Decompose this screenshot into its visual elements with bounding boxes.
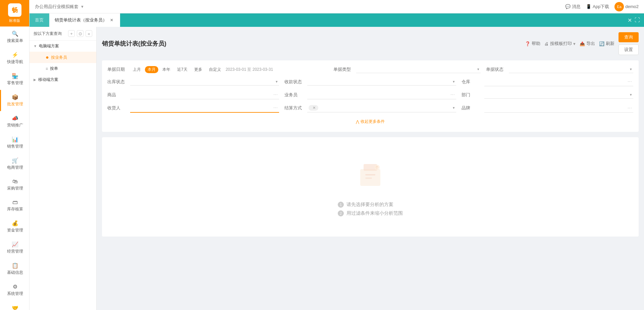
- main-content: 办公用品行业模拟账套 ▾ 💬 消息 📱 App下载 Ea demo2 首页 销货…: [30, 0, 644, 310]
- brand-dots[interactable]: ···: [628, 105, 632, 111]
- user-avatar[interactable]: Ea demo2: [614, 2, 639, 11]
- sidebar-item-marketing[interactable]: 📣 营销推广: [0, 111, 29, 132]
- salesperson-dots[interactable]: ···: [450, 92, 455, 98]
- date-tab-custom[interactable]: 自定义: [206, 66, 224, 73]
- warehouse-input[interactable]: ···: [484, 77, 633, 86]
- message-btn[interactable]: 💬 消息: [565, 4, 581, 10]
- doc-type-select[interactable]: ▾: [356, 66, 481, 73]
- cooperation-icon: 🤝: [12, 305, 18, 310]
- warehouse-dots[interactable]: ···: [628, 79, 632, 85]
- quick-nav-icon: ⚡: [12, 52, 18, 58]
- avatar-icon: Ea: [614, 2, 624, 11]
- salesperson-input[interactable]: ···: [307, 90, 456, 99]
- message-icon: 💬: [565, 4, 571, 9]
- salesperson-label: 业务员: [284, 92, 305, 98]
- empty-hint-1: 1 请先选择要分析的方案: [338, 202, 403, 208]
- date-tab-last-7-days[interactable]: 近7天: [174, 66, 190, 73]
- sidebar-item-retail[interactable]: 🏪 零售管理: [0, 69, 29, 90]
- date-tab-more[interactable]: 更多: [192, 66, 205, 73]
- out-status-select[interactable]: ▾: [130, 78, 279, 86]
- sidebar-item-basic-info[interactable]: 📋 基础信息: [0, 258, 29, 279]
- brand-input[interactable]: ···: [484, 104, 633, 113]
- sidebar-item-operations[interactable]: 📈 经营管理: [0, 237, 29, 258]
- empty-hint-2: 2 用过滤条件来缩小分析范围: [338, 210, 403, 216]
- date-tab-last-month[interactable]: 上月: [130, 66, 144, 73]
- topbar-left: 办公用品行业模拟账套 ▾: [35, 4, 84, 10]
- query-btn[interactable]: 查询: [619, 32, 639, 42]
- tab-close-btn[interactable]: ✕: [109, 17, 114, 23]
- tab-sales-stats[interactable]: 销货单统计表（按业务员） ✕: [49, 13, 120, 27]
- edit-scheme-btn[interactable]: ⊙: [77, 30, 84, 37]
- recipient-input[interactable]: ···: [130, 103, 279, 113]
- sidebar-item-inventory[interactable]: 🗃 库存核算: [0, 195, 29, 216]
- hint-num-2: 2: [338, 210, 344, 216]
- sidebar-item-ecommerce[interactable]: 🛒 电商管理: [0, 153, 29, 174]
- date-tab-current-month[interactable]: 本月: [145, 66, 158, 73]
- page-header-actions: ❓ 帮助 🖨 按模板打印 ▾ 📤 导出 🔄 刷新: [525, 32, 639, 55]
- dropdown-arrow[interactable]: ▾: [81, 4, 84, 9]
- sidebar-item-quick-nav[interactable]: ⚡ 快捷导航: [0, 48, 29, 69]
- download-icon: 📱: [586, 4, 591, 9]
- sidebar-item-wholesale[interactable]: 📦 批发管理: [0, 90, 29, 111]
- tree-desktop-group[interactable]: ▼ 电脑端方案: [30, 41, 96, 52]
- topbar: 办公用品行业模拟账套 ▾ 💬 消息 📱 App下载 Ea demo2: [30, 0, 644, 13]
- sidebar-item-sales[interactable]: 📊 销售管理: [0, 132, 29, 153]
- refresh-btn[interactable]: 🔄 刷新: [599, 41, 614, 47]
- filter-row-3: 商品 ··· 业务员 ··· 部门: [107, 90, 633, 99]
- export-btn[interactable]: 📤 导出: [580, 41, 595, 47]
- department-arrow: ▾: [630, 93, 632, 97]
- help-btn[interactable]: ❓ 帮助: [525, 41, 540, 47]
- payment-tag-close[interactable]: ✕: [313, 106, 316, 110]
- date-tab-current-year[interactable]: 本年: [160, 66, 173, 73]
- payment-arrow: ▾: [453, 106, 455, 110]
- active-scheme-icon: ●: [46, 54, 49, 60]
- filter-out-status: 出库状态 ▾: [107, 78, 279, 86]
- tree-item-by-order[interactable]: ≡ 按单: [30, 63, 96, 74]
- tab-home[interactable]: 首页: [30, 13, 49, 27]
- recipient-dots[interactable]: ···: [273, 105, 278, 111]
- print-btn[interactable]: 🖨 按模板打印 ▾: [544, 41, 576, 47]
- page-title: 销货单统计表(按业务员): [102, 40, 166, 48]
- date-range-display: 2023-03-01 至 2023-03-31: [226, 67, 273, 72]
- sidebar-item-system[interactable]: ⚙ 系统管理: [0, 279, 29, 301]
- date-tabs: 上月 本月 本年 近7天 更多 自定义: [130, 66, 224, 73]
- sidebar-item-finance[interactable]: 💰 资金管理: [0, 216, 29, 237]
- product-input[interactable]: ···: [130, 90, 279, 99]
- tab-close-all-btn[interactable]: ✕: [628, 17, 632, 23]
- print-dropdown-arrow[interactable]: ▾: [573, 41, 576, 46]
- order-scheme-icon: ≡: [46, 66, 48, 71]
- collapse-panel-btn[interactable]: «: [86, 30, 92, 37]
- add-scheme-btn[interactable]: +: [68, 30, 75, 37]
- collapse-btn[interactable]: ⋀ 收起更多条件: [107, 117, 633, 126]
- payment-select[interactable]: ✕ ▾: [307, 104, 456, 112]
- doc-status-select[interactable]: ▾: [509, 66, 633, 73]
- brand-label: 品牌: [462, 105, 482, 111]
- sidebar-logo[interactable]: 畅 标准版: [0, 0, 29, 27]
- filter-payment: 结算方式 ✕ ▾: [284, 104, 456, 112]
- app-name: 办公用品行业模拟账套: [35, 4, 78, 10]
- page-header: 销货单统计表(按业务员) ❓ 帮助 🖨 按模板打印 ▾ 📤 导出: [102, 32, 639, 55]
- out-status-arrow: ▾: [276, 80, 278, 84]
- left-panel-actions: + ⊙ «: [68, 30, 92, 37]
- recipient-label: 收货人: [107, 105, 127, 111]
- settings-btn[interactable]: 设置: [619, 44, 639, 55]
- sidebar-item-cooperation[interactable]: 🤝 企业协同: [0, 301, 29, 310]
- payment-tag: ✕: [309, 105, 318, 111]
- receipt-status-select[interactable]: ▾: [307, 78, 456, 86]
- filter-warehouse: 仓库 ···: [462, 77, 633, 86]
- tab-maximize-btn[interactable]: ⛶: [635, 17, 640, 23]
- department-select[interactable]: ▾: [484, 91, 633, 99]
- tabbar-actions: ✕ ⛶: [628, 17, 644, 23]
- svg-rect-2: [365, 174, 375, 175]
- filter-row-2: 出库状态 ▾ 收款状态 ▾ 仓库: [107, 77, 633, 86]
- tree-item-by-salesperson[interactable]: ● 按业务员: [30, 52, 96, 63]
- product-dots[interactable]: ···: [273, 92, 278, 98]
- empty-illustration: [354, 157, 387, 196]
- sidebar-item-purchase[interactable]: 🛍 采购管理: [0, 174, 29, 195]
- app-download-btn[interactable]: 📱 App下载: [586, 4, 609, 10]
- tree-mobile-group[interactable]: ▶ 移动端方案: [30, 74, 96, 85]
- left-panel-title: 按以下方案查询: [34, 31, 62, 37]
- sidebar-item-search[interactable]: 🔍 搜索菜单: [0, 27, 29, 48]
- help-icon: ❓: [525, 41, 530, 46]
- tree-mobile-label: 移动端方案: [38, 77, 58, 83]
